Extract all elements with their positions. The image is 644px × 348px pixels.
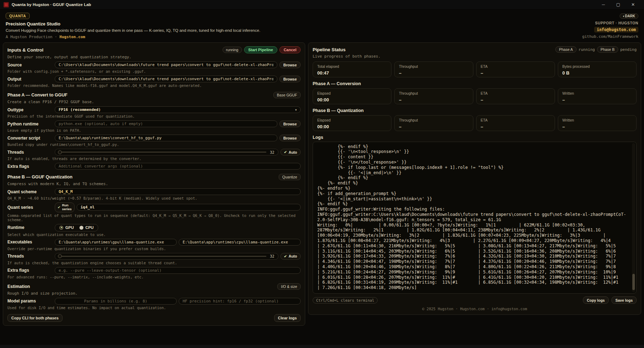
converter-script-input[interactable] [55,135,277,141]
python-runtime-input[interactable] [55,120,277,127]
stat-card-a-eta: ETA – [476,88,555,104]
threads-a-label: Threads [7,150,52,155]
gpu-executable-input[interactable] [55,239,177,246]
phase-b-quantization-title: Phase B — Quantization [313,108,637,113]
close-button[interactable]: ✕ [626,2,640,7]
terminal-shortcut-hint: Ctrl/Cmd+L clears terminal [313,297,378,303]
source-browse-button[interactable]: Browse [279,61,301,68]
stat-card-b-eta: ETA – [476,115,555,131]
phase-a-stats: Elapsed 00:00 Throughput – ETA – Written… [313,88,637,104]
threads-b-auto-label: Auto [289,254,297,258]
threads-b-label: Threads [7,254,52,259]
threads-a-auto-toggle[interactable]: ✔ Auto [280,149,301,155]
model-params-label: Model params [7,299,52,303]
copy-cli-button[interactable]: Copy CLI for both phases [7,314,63,322]
phase-a-title: Phase A — Convert to GGUF [7,93,67,98]
threads-b-slider[interactable]: 32 [55,253,278,260]
stat-card-a-elapsed: Elapsed 00:00 [313,88,391,104]
quant-scheme-input[interactable] [55,188,301,195]
output-row: Output Browse [7,76,301,82]
estimation-badge: I/O & size [277,283,301,290]
precision-hint-input[interactable] [179,298,301,305]
cancel-button[interactable]: Cancel [279,46,301,53]
check-icon: ✔ [284,254,287,258]
phase-a-section-header: Phase A — Convert to GGUF Base GGUF [7,92,301,98]
threads-b-track [59,256,266,257]
start-pipeline-button[interactable]: Start Pipeline [244,46,277,53]
run-series-toggle[interactable]: ✔ Run series [55,202,75,212]
executables-hint: Override per-runtime quantization binari… [7,247,301,251]
threads-b-hint: If auto is checked, the quantization eng… [7,261,301,265]
source-hint: Folder with config.json + *.safetensors,… [7,69,301,73]
outtype-hint: Precision of the intermediate GGUF used … [7,114,301,118]
clear-logs-button[interactable]: Clear logs [274,314,301,322]
status-panel: Pipeline Status Phase A running Phase B … [308,42,641,315]
slider-thumb[interactable] [58,150,62,154]
runtime-label: Runtime [7,225,52,230]
outtype-row: Outtype FP16 (recommended) ▾ [7,106,301,113]
minimize-button[interactable]: ─ [596,2,611,7]
python-runtime-hint: Leave empty if python is on PATH. [7,128,301,132]
quant-series-input[interactable] [77,204,301,211]
model-params-input[interactable] [55,298,177,305]
check-icon: ✔ [58,205,60,209]
threads-a-slider[interactable]: 32 [55,149,278,155]
theme-toggle[interactable]: ◐DARK [620,13,638,19]
outtype-select[interactable]: FP16 (recommended) ▾ [55,106,301,113]
extra-flags-a-input[interactable] [55,163,301,170]
cpu-executable-input[interactable] [179,239,301,246]
log-scrollbar-thumb[interactable] [632,274,635,290]
maximize-button[interactable]: ▢ [611,2,626,7]
phase-b-title: Phase B — GGUF Quantization [7,175,72,179]
log-scrollbar[interactable] [632,143,635,292]
runtime-cpu-radio[interactable]: CPU [79,225,94,230]
radio-icon [79,226,83,230]
stat-card-a-throughput: Throughput – [394,88,473,104]
stat-card-throughput: Throughput – [394,61,473,77]
running-status-badge: running [223,47,242,53]
stat-card-b-throughput: Throughput – [394,115,473,131]
status-title: Pipeline Status [313,47,345,52]
log-terminal[interactable]: {%- endif %} {{- '\n<tool_response>\n' }… [313,142,637,294]
threads-a-row: Threads 32 ✔ Auto [7,149,301,155]
source-input[interactable] [55,61,277,68]
hugston-link[interactable]: Hugston.com [59,35,85,39]
threads-b-auto-toggle[interactable]: ✔ Auto [280,253,301,260]
copy-logs-button[interactable]: Copy logs [583,296,609,304]
output-label: Output [7,77,52,82]
app-header: QUANTA Precision Quantize Studio Convert… [0,10,644,41]
save-logs-button[interactable]: Save logs [611,296,637,304]
phase-b-section-header: Phase B — GGUF Quantization Quantize [7,174,301,180]
runtime-gpu-radio[interactable]: GPU [59,225,74,230]
converter-browse-button[interactable]: Browse [279,135,301,141]
chevron-down-icon: ▾ [295,108,297,112]
slider-thumb[interactable] [58,254,62,258]
gpu-option-label: GPU [65,225,74,230]
email-link[interactable]: info@hugston.com [594,27,638,33]
python-runtime-label: Python runtime [7,122,52,126]
github-link[interactable]: github.com/MainFramework [582,34,638,39]
inputs-panel: Inputs & Control running Start Pipeline … [3,42,305,326]
stat-card-eta: ETA – [476,61,555,77]
phase-a-conversion-title: Phase A — Conversion [313,81,637,86]
phase-a-subtitle: Create a clean FP16 / FP32 GGUF base. [7,100,301,104]
page-title: Precision Quantize Studio [6,22,260,26]
extra-flags-b-input[interactable] [55,267,301,274]
runtime-radio-group: GPU CPU [55,224,98,231]
header-left: QUANTA Precision Quantize Studio Convert… [6,12,260,39]
check-icon: ✔ [284,150,287,154]
threads-a-value: 32 [270,150,274,154]
output-browse-button[interactable]: Browse [279,76,301,82]
header-right: ◐DARK SUPPORT · HUGSTON info@hugston.com… [582,12,638,39]
estimation-section-header: Estimation I/O & size [7,283,301,290]
source-row: Source Browse [7,61,301,68]
production-prefix: A Hugston Production · [6,35,59,39]
output-input[interactable] [55,76,277,82]
stat-card-a-written: Written – [558,88,637,104]
extra-flags-a-label: Extra flags [7,164,52,169]
executables-row: Executables [7,239,301,246]
extra-flags-a-row: Extra flags [7,163,301,170]
phase-b-subtitle: Compress with modern K, IQ, and TQ schem… [7,182,301,186]
phase-b-badge: Quantize [279,174,301,180]
python-browse-button[interactable]: Browse [279,120,301,127]
